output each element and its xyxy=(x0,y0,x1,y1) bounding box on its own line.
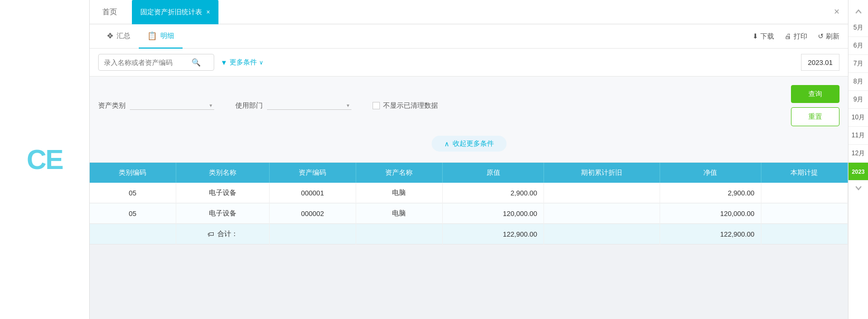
row1-category-name: 电子设备 xyxy=(176,183,269,203)
tab-detail-label: 明细 xyxy=(160,31,174,41)
row2-asset-name: 电脑 xyxy=(356,203,442,224)
tab-title: 固定资产折旧统计表 xyxy=(140,7,202,17)
total-label-text: 合计： xyxy=(217,229,238,239)
collapse-bar: ∧ 收起更多条件 xyxy=(98,132,840,158)
tab-summary[interactable]: ❖ 汇总 xyxy=(98,24,139,49)
total-acc-depreciation xyxy=(544,224,660,245)
row1-category-code: 05 xyxy=(90,183,176,203)
tab-detail[interactable]: 📋 明细 xyxy=(139,24,183,49)
refresh-label: 刷新 xyxy=(826,32,840,41)
hide-cleared-label: 不显示已清理数据 xyxy=(383,101,438,110)
department-select[interactable]: ▾ xyxy=(267,101,351,110)
row2-category-code: 05 xyxy=(90,203,176,224)
table-row[interactable]: 05 电子设备 000001 电脑 2,900.00 2,900.00 xyxy=(90,183,848,203)
hide-cleared-filter: 不显示已清理数据 xyxy=(373,101,438,110)
download-label: 下载 xyxy=(760,32,774,41)
total-col-name: 🏷 合计： xyxy=(176,224,269,245)
sidebar-year-badge[interactable]: 2023 xyxy=(848,163,869,181)
col-asset-name: 资产名称 xyxy=(356,163,442,183)
row2-net-value: 120,000.00 xyxy=(660,203,761,224)
sidebar-nav-down[interactable] xyxy=(848,181,869,195)
sidebar-month-6[interactable]: 6月 xyxy=(848,37,869,55)
asset-category-arrow-icon: ▾ xyxy=(209,102,212,108)
total-current-depreciation xyxy=(761,224,847,245)
logo-area: CE xyxy=(0,0,90,319)
main-content: 首页 固定资产折旧统计表 × × ❖ 汇总 📋 明细 ⬇ 下载 🖨 打印 xyxy=(90,0,848,319)
sidebar-month-8[interactable]: 8月 xyxy=(848,73,869,91)
more-conditions-btn[interactable]: ▼ 更多条件 ∨ xyxy=(221,58,263,67)
col-category-code: 类别编码 xyxy=(90,163,176,183)
toolbar: ❖ 汇总 📋 明细 ⬇ 下载 🖨 打印 ↺ 刷新 xyxy=(90,24,848,49)
asset-category-label: 资产类别 xyxy=(98,101,126,110)
top-nav: 首页 固定资产折旧统计表 × × xyxy=(90,0,848,24)
table-row[interactable]: 05 电子设备 000002 电脑 120,000.00 120,000.00 xyxy=(90,203,848,224)
close-tab-icon[interactable]: × xyxy=(206,8,210,16)
filter-btns: 查询 重置 xyxy=(791,85,840,126)
query-button[interactable]: 查询 xyxy=(791,85,840,103)
refresh-icon: ↺ xyxy=(818,32,824,40)
window-close-icon[interactable]: × xyxy=(834,6,840,17)
department-arrow-icon: ▾ xyxy=(347,102,349,108)
total-net-value: 122,900.00 xyxy=(660,224,761,245)
sidebar-month-10[interactable]: 10月 xyxy=(848,109,869,127)
sidebar-month-11[interactable]: 11月 xyxy=(848,127,869,145)
col-original-value: 原值 xyxy=(442,163,543,183)
chevron-down-icon: ∨ xyxy=(259,59,263,66)
row1-original-value: 2,900.00 xyxy=(442,183,543,203)
filter-panel: 资产类别 ▾ 使用部门 ▾ 不显示已清理数据 查询 重置 xyxy=(90,77,848,163)
asset-category-filter: 资产类别 ▾ xyxy=(98,101,214,110)
nav-home[interactable]: 首页 xyxy=(98,7,121,17)
col-acc-depreciation: 期初累计折旧 xyxy=(544,163,660,183)
print-icon: 🖨 xyxy=(785,32,791,40)
row1-net-value: 2,900.00 xyxy=(660,183,761,203)
sidebar-month-12[interactable]: 12月 xyxy=(848,145,869,163)
logo-text: CE xyxy=(26,144,62,175)
active-tab[interactable]: 固定资产折旧统计表 × xyxy=(132,0,218,24)
download-icon: ⬇ xyxy=(752,32,758,40)
col-net-value: 净值 xyxy=(660,163,761,183)
detail-icon: 📋 xyxy=(147,31,157,41)
date-indicator: 2023.01 xyxy=(801,54,840,71)
search-input[interactable] xyxy=(104,59,188,67)
table-wrap: 类别编码 类别名称 资产编码 资产名称 原值 期初累计折旧 净值 本期计提 05… xyxy=(90,163,848,319)
row1-asset-code: 000001 xyxy=(269,183,356,203)
table-header-row: 类别编码 类别名称 资产编码 资产名称 原值 期初累计折旧 净值 本期计提 xyxy=(90,163,848,183)
collapse-button[interactable]: ∧ 收起更多条件 xyxy=(432,136,507,152)
collapse-icon: ∧ xyxy=(444,140,450,148)
print-label: 打印 xyxy=(794,32,807,41)
search-icon[interactable]: 🔍 xyxy=(192,58,201,67)
asset-category-select[interactable]: ▾ xyxy=(130,101,214,110)
more-conditions-label: 更多条件 xyxy=(230,58,257,67)
col-category-name: 类别名称 xyxy=(176,163,269,183)
total-col-code xyxy=(90,224,176,245)
row2-asset-code: 000002 xyxy=(269,203,356,224)
sidebar-nav-up[interactable] xyxy=(848,4,869,19)
total-col-asset-code xyxy=(269,224,356,245)
row1-current-depreciation xyxy=(761,183,847,203)
sidebar-month-9[interactable]: 9月 xyxy=(848,91,869,109)
filter-icon: ▼ xyxy=(221,59,227,67)
row2-acc-depreciation xyxy=(544,203,660,224)
total-col-asset-name xyxy=(356,224,442,245)
department-filter: 使用部门 ▾ xyxy=(235,101,351,110)
right-sidebar: 5月 6月 7月 8月 9月 10月 11月 12月 2023 xyxy=(848,0,868,319)
sidebar-month-5[interactable]: 5月 xyxy=(848,19,869,37)
total-original-value: 122,900.00 xyxy=(442,224,543,245)
search-input-wrap[interactable]: 🔍 xyxy=(98,54,214,71)
row1-acc-depreciation xyxy=(544,183,660,203)
reset-button[interactable]: 重置 xyxy=(791,107,840,126)
tab-summary-label: 汇总 xyxy=(117,31,130,41)
search-bar: 🔍 ▼ 更多条件 ∨ 2023.01 xyxy=(90,49,848,77)
download-action[interactable]: ⬇ 下载 xyxy=(752,32,774,41)
sidebar-month-7[interactable]: 7月 xyxy=(848,55,869,73)
row2-current-depreciation xyxy=(761,203,847,224)
hide-cleared-checkbox[interactable] xyxy=(373,102,380,109)
print-action[interactable]: 🖨 打印 xyxy=(785,32,807,41)
row2-category-name: 电子设备 xyxy=(176,203,269,224)
col-asset-code: 资产编码 xyxy=(269,163,356,183)
asset-table: 类别编码 类别名称 资产编码 资产名称 原值 期初累计折旧 净值 本期计提 05… xyxy=(90,163,848,245)
col-current-depreciation: 本期计提 xyxy=(761,163,847,183)
row1-asset-name: 电脑 xyxy=(356,183,442,203)
refresh-action[interactable]: ↺ 刷新 xyxy=(818,32,840,41)
department-label: 使用部门 xyxy=(235,101,263,110)
